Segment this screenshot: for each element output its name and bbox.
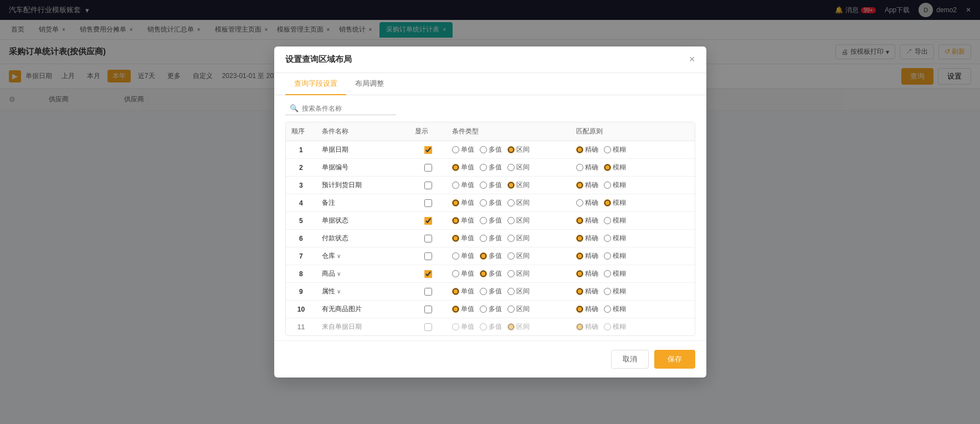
search-input[interactable]	[302, 105, 385, 111]
dialog-title: 设置查询区域布局	[285, 54, 352, 65]
tab-field-settings[interactable]: 查询字段设置	[285, 73, 346, 95]
dialog-header: 设置查询区域布局 ×	[274, 46, 706, 73]
dialog-tabs: 查询字段设置 布局调整	[274, 73, 706, 95]
dialog-search-area: 🔍	[274, 95, 706, 111]
dialog: 设置查询区域布局 × 查询字段设置 布局调整 🔍 顺序	[274, 46, 706, 111]
tab-layout-adjust[interactable]: 布局调整	[346, 73, 393, 95]
search-icon: 🔍	[290, 104, 299, 111]
tab-layout-adjust-label: 布局调整	[355, 79, 384, 87]
dialog-overlay: 设置查询区域布局 × 查询字段设置 布局调整 🔍 顺序	[0, 0, 980, 111]
search-box: 🔍	[285, 102, 396, 111]
dialog-close-button[interactable]: ×	[689, 54, 695, 65]
tab-field-settings-label: 查询字段设置	[294, 79, 337, 87]
